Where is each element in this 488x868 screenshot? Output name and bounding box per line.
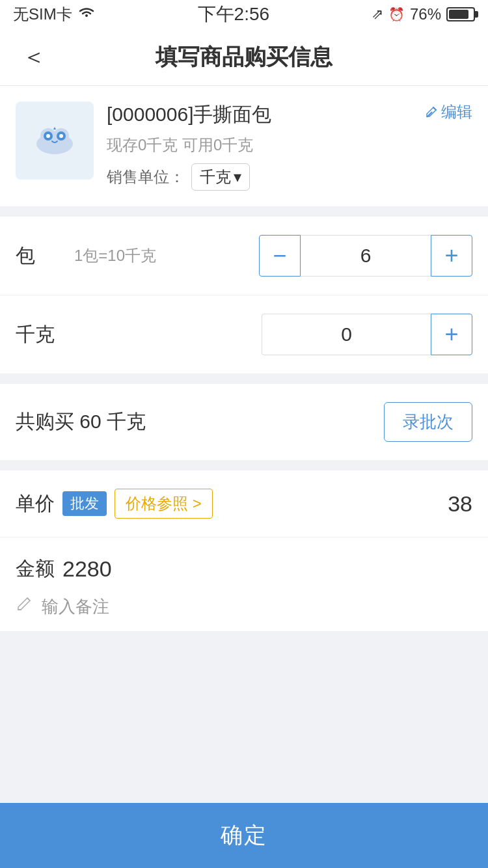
wifi-icon bbox=[77, 5, 96, 23]
amount-value: 2280 bbox=[62, 556, 112, 582]
product-unit-row: 销售单位： 千克 ▾ bbox=[107, 163, 472, 191]
note-label: 输入备注 bbox=[42, 595, 109, 618]
note-row[interactable]: 输入备注 bbox=[16, 595, 472, 618]
status-bar: 无SIM卡 下午2:56 ⇗ ⏰ 76% bbox=[0, 0, 488, 29]
svg-point-6 bbox=[59, 134, 63, 138]
bao-sublabel: 1包=10千克 bbox=[74, 245, 259, 266]
product-logo-icon bbox=[32, 118, 77, 164]
location-icon: ⇗ bbox=[372, 6, 383, 23]
kg-input[interactable] bbox=[262, 314, 431, 355]
confirm-label: 确定 bbox=[221, 821, 267, 850]
alarm-icon: ⏰ bbox=[388, 7, 405, 22]
price-row: 单价 批发 价格参照 > 38 bbox=[0, 470, 488, 537]
svg-marker-7 bbox=[53, 127, 56, 129]
page-title: 填写商品购买信息 bbox=[156, 42, 332, 72]
product-stock: 现存0千克 可用0千克 bbox=[107, 135, 472, 156]
back-button[interactable]: ＜ bbox=[16, 34, 52, 79]
nav-bar: ＜ 填写商品购买信息 bbox=[0, 29, 488, 86]
price-ref-label: 价格参照 > bbox=[126, 493, 202, 514]
kg-controls: + bbox=[262, 314, 472, 355]
status-left: 无SIM卡 bbox=[13, 4, 96, 25]
total-text: 共购买 60 千克 bbox=[16, 409, 146, 435]
bao-minus-button[interactable]: − bbox=[259, 235, 301, 277]
edit-button[interactable]: 编辑 bbox=[424, 102, 472, 122]
battery-percent: 76% bbox=[410, 5, 441, 23]
product-section: [0000006]手撕面包 现存0千克 可用0千克 销售单位： 千克 ▾ 编辑 bbox=[0, 86, 488, 206]
price-section: 单价 批发 价格参照 > 38 bbox=[0, 470, 488, 537]
status-time: 下午2:56 bbox=[198, 2, 270, 27]
unit-label: 销售单位： bbox=[107, 167, 185, 187]
kg-label: 千克 bbox=[16, 321, 68, 348]
bao-controls: − + bbox=[259, 235, 472, 277]
record-batch-button[interactable]: 录批次 bbox=[384, 402, 472, 442]
price-ref-button[interactable]: 价格参照 > bbox=[115, 489, 213, 519]
edit-label: 编辑 bbox=[441, 102, 472, 122]
amount-row: 金额 2280 bbox=[16, 556, 472, 582]
dropdown-icon: ▾ bbox=[234, 168, 241, 186]
bao-qty-section: 包 1包=10千克 − + bbox=[0, 217, 488, 295]
pencil-icon bbox=[16, 595, 34, 618]
status-right: ⇗ ⏰ 76% bbox=[372, 5, 475, 23]
bao-plus-button[interactable]: + bbox=[431, 235, 472, 277]
price-value: 38 bbox=[448, 491, 472, 517]
product-details: [0000006]手撕面包 现存0千克 可用0千克 销售单位： 千克 ▾ bbox=[107, 102, 472, 191]
unit-select[interactable]: 千克 ▾ bbox=[191, 163, 250, 191]
kg-plus-button[interactable]: + bbox=[431, 314, 472, 355]
confirm-button[interactable]: 确定 bbox=[0, 803, 488, 868]
total-row: 共购买 60 千克 录批次 bbox=[0, 384, 488, 460]
bao-input[interactable] bbox=[301, 235, 431, 277]
carrier-label: 无SIM卡 bbox=[13, 4, 72, 25]
amount-label: 金额 bbox=[16, 556, 55, 582]
battery-icon bbox=[446, 7, 475, 21]
product-image bbox=[16, 102, 94, 180]
product-name: [0000006]手撕面包 bbox=[107, 102, 472, 128]
unit-value: 千克 bbox=[200, 167, 231, 187]
kg-qty-section: 千克 + bbox=[0, 295, 488, 373]
price-badge: 批发 bbox=[62, 491, 107, 516]
bao-label: 包 bbox=[16, 243, 68, 269]
svg-point-5 bbox=[46, 134, 50, 138]
kg-qty-row: 千克 + bbox=[0, 295, 488, 373]
bao-qty-row: 包 1包=10千克 − + bbox=[0, 217, 488, 295]
amount-section: 金额 2280 输入备注 bbox=[0, 537, 488, 631]
price-label: 单价 bbox=[16, 491, 55, 517]
